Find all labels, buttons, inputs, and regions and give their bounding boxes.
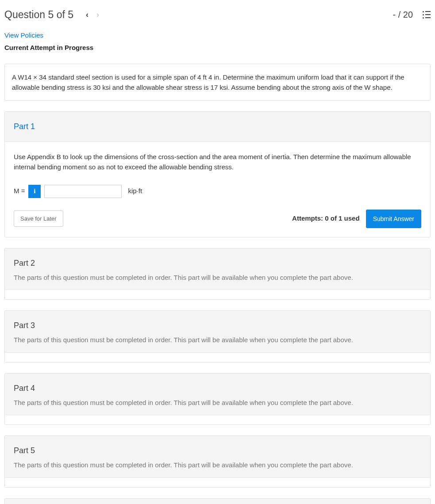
policies-row: View Policies [0, 31, 435, 43]
part-2-title: Part 2 [14, 257, 421, 269]
part-4: Part 4 The parts of this question must b… [4, 373, 431, 425]
attempt-status: Current Attempt in Progress [0, 43, 435, 59]
part-3: Part 3 The parts of this question must b… [4, 310, 431, 363]
save-for-later-button[interactable]: Save for Later [14, 210, 63, 227]
variable-label: M = [14, 186, 25, 196]
view-policies-link[interactable]: View Policies [4, 31, 43, 39]
submit-answer-button[interactable]: Submit Answer [366, 210, 421, 228]
part-1-body: Use Appendix B to look up the dimensions… [5, 142, 430, 237]
part-3-title: Part 3 [14, 320, 421, 332]
part-2-footer [5, 290, 430, 299]
score-area: - / 20 [393, 8, 431, 21]
score-text: - / 20 [393, 8, 413, 21]
part-2: Part 2 The parts of this question must b… [4, 248, 431, 300]
question-prompt: A W14 × 34 standard steel section is use… [4, 64, 431, 101]
nav-arrows: ‹ › [86, 9, 99, 21]
part-5-footer [5, 477, 430, 487]
part-2-locked-message: The parts of this question must be compl… [14, 273, 421, 283]
part-5-title: Part 5 [14, 445, 421, 457]
part-1: Part 1 Use Appendix B to look up the dim… [4, 111, 431, 237]
part-3-locked-message: The parts of this question must be compl… [14, 335, 421, 345]
part-1-instructions: Use Appendix B to look up the dimensions… [14, 152, 421, 172]
part-5: Part 5 The parts of this question must b… [4, 435, 431, 488]
part-4-locked-message: The parts of this question must be compl… [14, 398, 421, 408]
list-menu-icon[interactable] [423, 11, 431, 19]
question-number: Question 5 of 5 [4, 7, 73, 23]
info-icon[interactable]: i [28, 185, 41, 198]
chevron-left-icon[interactable]: ‹ [86, 9, 89, 21]
part-3-footer [5, 352, 430, 362]
chevron-right-icon: › [96, 9, 99, 21]
part-1-title: Part 1 [5, 112, 430, 142]
part-4-footer [5, 415, 430, 424]
attempts-counter: Attempts: 0 of 1 used [292, 214, 360, 224]
question-header: Question 5 of 5 ‹ › - / 20 [0, 0, 435, 31]
answer-input-row: M = i kip·ft [14, 185, 421, 198]
part-6: Part 6 [4, 498, 431, 504]
part-5-locked-message: The parts of this question must be compl… [14, 460, 421, 470]
part-4-title: Part 4 [14, 382, 421, 394]
moment-input[interactable] [44, 185, 122, 198]
actions-row: Save for Later Attempts: 0 of 1 used Sub… [14, 210, 421, 228]
unit-label: kip·ft [128, 186, 142, 196]
